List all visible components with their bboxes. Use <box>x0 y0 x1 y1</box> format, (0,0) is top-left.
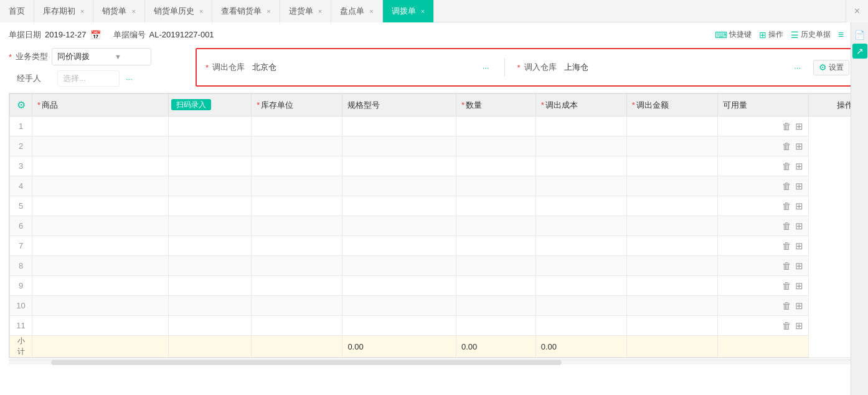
tab-inventory-init[interactable]: 库存期初 × <box>34 0 93 22</box>
qty-cell-7[interactable] <box>342 236 456 256</box>
qty-cell-4[interactable] <box>342 176 456 196</box>
qty-cell-6[interactable] <box>342 216 456 236</box>
goods-cell-7[interactable] <box>32 236 169 256</box>
copy-icon-5[interactable]: ⊞ <box>795 201 803 212</box>
sidebar-doc-icon[interactable]: 📄 <box>852 27 867 42</box>
amount-cell-3[interactable] <box>535 156 626 176</box>
delete-icon-3[interactable]: 🗑 <box>782 161 791 171</box>
out-warehouse-more-btn[interactable]: ··· <box>480 63 492 72</box>
cost-cell-1[interactable] <box>456 117 535 136</box>
tab-sales-order[interactable]: 销货单 × <box>93 0 144 22</box>
qty-cell-5[interactable] <box>342 196 456 216</box>
close-tab-view-sales[interactable]: × <box>267 7 270 15</box>
in-warehouse-more-btn[interactable]: ··· <box>791 63 803 72</box>
cost-cell-8[interactable] <box>456 256 535 276</box>
close-tab-sales-history[interactable]: × <box>199 7 203 15</box>
copy-icon-11[interactable]: ⊞ <box>795 320 803 331</box>
close-tab-purchase[interactable]: × <box>318 7 322 15</box>
sidebar-export-icon[interactable]: ↗ <box>852 44 867 59</box>
goods-cell-5[interactable] <box>32 196 169 216</box>
horizontal-scrollbar[interactable] <box>9 359 859 364</box>
amount-cell-4[interactable] <box>535 176 626 196</box>
delete-icon-2[interactable]: 🗑 <box>782 141 791 151</box>
cost-cell-7[interactable] <box>456 236 535 256</box>
amount-cell-1[interactable] <box>535 117 626 136</box>
tab-transfer[interactable]: 调拨单 × <box>383 0 434 22</box>
business-type-dropdown[interactable]: 同价调拨 ▼ <box>52 48 151 65</box>
goods-cell-11[interactable] <box>32 316 169 336</box>
person-more-btn[interactable]: ··· <box>123 74 135 83</box>
copy-icon-10[interactable]: ⊞ <box>795 300 803 312</box>
close-tab-sales-order[interactable]: × <box>131 7 135 15</box>
cost-cell-9[interactable] <box>456 276 535 296</box>
copy-icon-8[interactable]: ⊞ <box>795 260 803 272</box>
delete-icon-8[interactable]: 🗑 <box>782 260 791 271</box>
goods-cell-6[interactable] <box>32 216 169 236</box>
close-tab-inventory-init[interactable]: × <box>80 7 84 15</box>
shortcut-button[interactable]: ⌨ 快捷键 <box>715 29 752 40</box>
delete-icon-6[interactable]: 🗑 <box>782 221 791 231</box>
amount-cell-6[interactable] <box>535 216 626 236</box>
amount-cell-5[interactable] <box>535 196 626 216</box>
qty-cell-2[interactable] <box>342 136 456 156</box>
amount-cell-8[interactable] <box>535 256 626 276</box>
copy-icon-4[interactable]: ⊞ <box>795 181 803 192</box>
cost-cell-4[interactable] <box>456 176 535 196</box>
actions-button[interactable]: ⊞ 操作 <box>759 29 783 40</box>
qty-cell-1[interactable] <box>342 117 456 136</box>
history-button[interactable]: ☰ 历史单据 <box>791 29 831 40</box>
col-gear[interactable]: ⚙ <box>10 94 32 117</box>
qty-cell-3[interactable] <box>342 156 456 176</box>
copy-icon-3[interactable]: ⊞ <box>795 161 803 172</box>
goods-cell-4[interactable] <box>32 176 169 196</box>
goods-cell-1[interactable] <box>32 117 169 136</box>
spec-cell-8 <box>252 256 342 276</box>
close-tab-transfer[interactable]: × <box>421 7 425 15</box>
delete-icon-10[interactable]: 🗑 <box>782 300 791 311</box>
copy-icon-7[interactable]: ⊞ <box>795 240 803 252</box>
layout-btn-1[interactable]: ≡ <box>838 29 844 40</box>
delete-icon-11[interactable]: 🗑 <box>782 320 791 331</box>
goods-cell-2[interactable] <box>32 136 169 156</box>
calendar-icon[interactable]: 📅 <box>90 30 101 40</box>
tab-view-sales[interactable]: 查看销货单 × <box>212 0 280 22</box>
tab-stocktake[interactable]: 盘点单 × <box>331 0 382 22</box>
copy-icon-6[interactable]: ⊞ <box>795 221 803 232</box>
cost-cell-10[interactable] <box>456 296 535 316</box>
unit-cell-3 <box>169 156 252 176</box>
delete-icon-7[interactable]: 🗑 <box>782 240 791 251</box>
qty-cell-9[interactable] <box>342 276 456 296</box>
tab-homepage[interactable]: 首页 <box>0 0 34 22</box>
goods-cell-3[interactable] <box>32 156 169 176</box>
goods-cell-8[interactable] <box>32 256 169 276</box>
qty-cell-8[interactable] <box>342 256 456 276</box>
copy-icon-2[interactable]: ⊞ <box>795 141 803 152</box>
delete-icon-4[interactable]: 🗑 <box>782 181 791 191</box>
delete-icon-9[interactable]: 🗑 <box>782 280 791 291</box>
delete-icon-1[interactable]: 🗑 <box>782 121 791 131</box>
tab-sales-history[interactable]: 销货单历史 × <box>145 0 212 22</box>
cost-cell-5[interactable] <box>456 196 535 216</box>
tab-purchase[interactable]: 进货单 × <box>280 0 331 22</box>
close-tab-stocktake[interactable]: × <box>369 7 373 15</box>
copy-icon-1[interactable]: ⊞ <box>795 121 803 132</box>
goods-cell-10[interactable] <box>32 296 169 316</box>
copy-icon-9[interactable]: ⊞ <box>795 280 803 292</box>
tab-close-all[interactable]: × <box>846 0 868 22</box>
amount-cell-7[interactable] <box>535 236 626 256</box>
delete-icon-5[interactable]: 🗑 <box>782 201 791 211</box>
amount-cell-10[interactable] <box>535 296 626 316</box>
cost-cell-2[interactable] <box>456 136 535 156</box>
goods-cell-9[interactable] <box>32 276 169 296</box>
scan-button[interactable]: 扫码录入 <box>171 99 211 110</box>
amount-cell-9[interactable] <box>535 276 626 296</box>
cost-cell-3[interactable] <box>456 156 535 176</box>
amount-cell-11[interactable] <box>535 316 626 336</box>
qty-cell-10[interactable] <box>342 296 456 316</box>
qty-cell-11[interactable] <box>342 316 456 336</box>
settings-button[interactable]: ⚙ 设置 <box>813 60 849 75</box>
cost-cell-6[interactable] <box>456 216 535 236</box>
person-input[interactable]: 选择... <box>57 70 120 87</box>
cost-cell-11[interactable] <box>456 316 535 336</box>
amount-cell-2[interactable] <box>535 136 626 156</box>
